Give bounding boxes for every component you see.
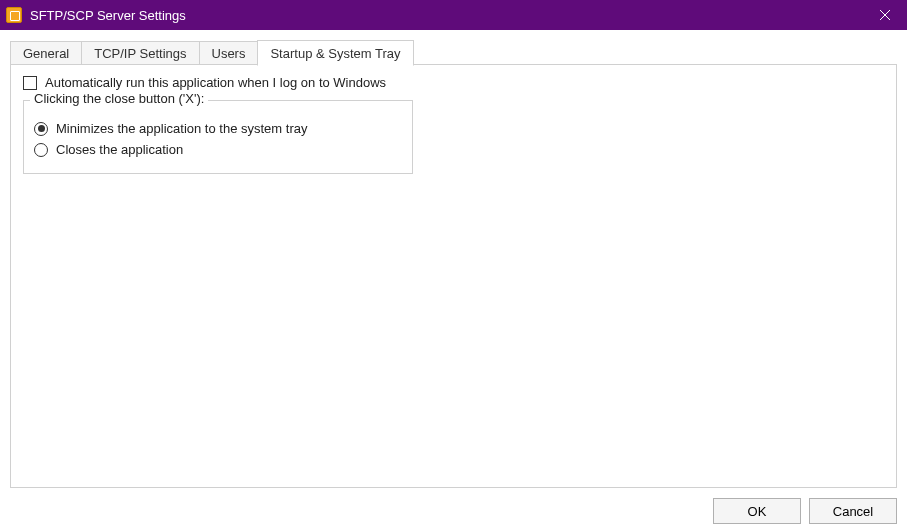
- close-icon: [880, 10, 890, 20]
- autorun-label: Automatically run this application when …: [45, 75, 386, 90]
- tab-strip: General TCP/IP Settings Users Startup & …: [10, 40, 413, 66]
- tab-host: General TCP/IP Settings Users Startup & …: [10, 64, 897, 488]
- window: SFTP/SCP Server Settings General TCP/IP …: [0, 0, 907, 530]
- close-button[interactable]: [862, 0, 907, 30]
- close-group-legend: Clicking the close button ('X'):: [30, 91, 208, 106]
- ok-button[interactable]: OK: [713, 498, 801, 524]
- startup-tab-content: Automatically run this application when …: [11, 65, 896, 184]
- radio-minimize[interactable]: [34, 122, 48, 136]
- radio-close[interactable]: [34, 143, 48, 157]
- titlebar: SFTP/SCP Server Settings: [0, 0, 907, 30]
- close-behavior-group: Clicking the close button ('X'): Minimiz…: [23, 100, 413, 174]
- autorun-checkbox[interactable]: [23, 76, 37, 90]
- dialog-footer: OK Cancel: [0, 492, 907, 530]
- radio-minimize-row[interactable]: Minimizes the application to the system …: [34, 121, 402, 136]
- radio-minimize-label: Minimizes the application to the system …: [56, 121, 307, 136]
- autorun-checkbox-row[interactable]: Automatically run this application when …: [23, 75, 884, 90]
- app-icon: [6, 7, 22, 23]
- radio-close-row[interactable]: Closes the application: [34, 142, 402, 157]
- content: General TCP/IP Settings Users Startup & …: [0, 30, 907, 492]
- window-title: SFTP/SCP Server Settings: [30, 8, 862, 23]
- tab-startup[interactable]: Startup & System Tray: [257, 40, 413, 66]
- cancel-button[interactable]: Cancel: [809, 498, 897, 524]
- tab-panel: Automatically run this application when …: [10, 64, 897, 488]
- radio-close-label: Closes the application: [56, 142, 183, 157]
